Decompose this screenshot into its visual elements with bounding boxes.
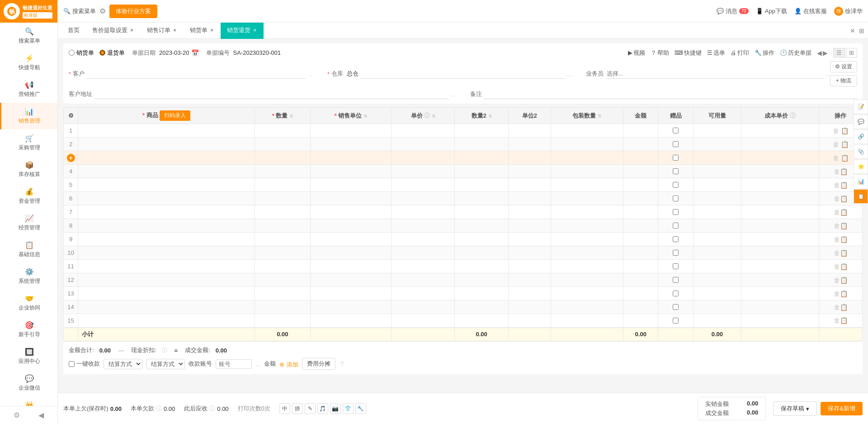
pack-qty-cell[interactable] xyxy=(551,138,623,151)
account-dots[interactable]: ... xyxy=(255,361,260,367)
next-btn[interactable]: ▶ xyxy=(823,49,828,57)
pack-qty-cell[interactable] xyxy=(551,151,623,165)
toolbar-icon-4[interactable]: 🎵 xyxy=(317,403,328,414)
salesperson-dots[interactable]: ... xyxy=(825,71,830,77)
toolbar-icon-1[interactable]: 中 xyxy=(279,403,290,414)
copy-icon[interactable]: 📋 xyxy=(840,249,848,257)
account-input[interactable] xyxy=(216,359,252,369)
pack-qty-cell[interactable] xyxy=(551,124,623,138)
delete-icon[interactable]: 🗑 xyxy=(833,154,839,162)
sidebar-item-system[interactable]: ⚙️ 系统管理 xyxy=(0,263,57,290)
product-cell[interactable] xyxy=(78,124,255,138)
delete-icon[interactable]: 🗑 xyxy=(834,304,840,311)
tab-sale-goods-close[interactable]: × xyxy=(209,27,214,33)
gift-checkbox[interactable] xyxy=(673,236,679,242)
copy-icon[interactable]: 📋 xyxy=(841,154,849,162)
trial-btn[interactable]: 体验行业方案 xyxy=(109,5,157,18)
add-expense-btn[interactable]: ⊕ 添加 xyxy=(279,359,298,369)
delete-icon[interactable]: 🗑 xyxy=(834,168,840,175)
quantity-cell[interactable] xyxy=(255,138,310,151)
copy-icon[interactable]: 📋 xyxy=(840,263,848,270)
settle-method-select[interactable]: 结算方式 xyxy=(104,359,142,369)
side-btn-3[interactable]: 🔗 xyxy=(854,129,868,144)
tab-sale-price-close[interactable]: × xyxy=(129,27,134,33)
gift-checkbox[interactable] xyxy=(673,263,679,269)
side-btn-2[interactable]: 💬 xyxy=(854,114,868,129)
product-cell[interactable] xyxy=(78,138,255,151)
view-grid-btn[interactable]: ⊞ xyxy=(846,48,857,57)
delete-icon[interactable]: 🗑 xyxy=(834,263,840,270)
history-btn[interactable]: 🕐 历史单据 xyxy=(780,49,811,57)
amount-cell[interactable] xyxy=(623,138,658,151)
copy-icon[interactable]: 📋 xyxy=(840,181,848,189)
delete-icon[interactable]: 🗑 xyxy=(834,236,840,243)
settings-btn[interactable]: ⚙ 设置 xyxy=(830,61,857,72)
print-btn[interactable]: 🖨 打印 xyxy=(731,49,749,57)
amount-cell[interactable] xyxy=(623,151,658,165)
operate-btn[interactable]: 🔧 操作 xyxy=(755,49,774,57)
quantity2-cell[interactable] xyxy=(455,138,509,151)
side-btn-7-active[interactable]: 📋 xyxy=(854,189,868,204)
quantity2-cell[interactable] xyxy=(455,151,509,165)
sidebar-item-wechat[interactable]: 💬 企业微信 xyxy=(0,370,57,396)
calc-method-select[interactable]: 结算方式 xyxy=(146,359,185,369)
delete-icon[interactable]: 🗑 xyxy=(833,141,839,148)
unit-price-cell[interactable] xyxy=(392,124,455,138)
gift-checkbox[interactable] xyxy=(673,223,679,229)
toolbar-icon-6[interactable]: 👕 xyxy=(343,403,354,414)
radio-sale-goods[interactable]: 销货单 xyxy=(69,49,94,57)
sidebar-item-member[interactable]: 👑 畅会员 xyxy=(0,396,57,406)
gift-checkbox[interactable] xyxy=(673,291,679,296)
topbar-app-download[interactable]: 📱 App下载 xyxy=(756,7,787,15)
remark-input[interactable] xyxy=(484,89,857,99)
one-click-payment-checkbox[interactable]: 一键收款 xyxy=(69,360,100,368)
radio-sale-goods-input[interactable] xyxy=(69,50,75,56)
copy-icon[interactable]: 📋 xyxy=(840,195,848,202)
gift-checkbox[interactable] xyxy=(673,168,679,174)
shortcut-key-btn[interactable]: ⌨ 快捷键 xyxy=(675,49,702,57)
copy-icon[interactable]: 📋 xyxy=(841,127,849,134)
sale-unit-cell[interactable] xyxy=(310,151,392,165)
video-btn[interactable]: ▶ 视频 xyxy=(628,49,645,57)
radio-return-input[interactable] xyxy=(99,50,105,56)
tab-expand[interactable]: ⊞ xyxy=(859,27,864,34)
topbar-message[interactable]: 💬 消息 70 xyxy=(717,7,749,15)
cost-price-cell[interactable] xyxy=(741,151,819,165)
sidebar-item-shortcut[interactable]: ⚡ 快捷导航 xyxy=(0,49,57,76)
side-btn-5[interactable]: ⭐ xyxy=(854,159,868,174)
tab-sale-price[interactable]: 售价提取设置 × xyxy=(86,23,141,39)
copy-icon[interactable]: 📋 xyxy=(840,168,848,175)
delete-icon[interactable]: 🗑 xyxy=(834,317,840,324)
available-cell[interactable] xyxy=(693,151,741,165)
available-cell[interactable] xyxy=(693,138,741,151)
copy-icon[interactable]: 📋 xyxy=(841,141,849,148)
toolbar-icon-5[interactable]: 📷 xyxy=(330,403,341,414)
amount-cell[interactable] xyxy=(623,124,658,138)
side-btn-1[interactable]: 📝 xyxy=(854,100,868,114)
tab-sale-order[interactable]: 销售订单 × xyxy=(141,23,184,39)
toolbar-icon-3[interactable]: ✎ xyxy=(305,403,316,414)
delete-icon[interactable]: 🗑 xyxy=(834,209,840,216)
gift-checkbox[interactable] xyxy=(673,304,679,310)
expense-split-btn[interactable]: 费用分摊 xyxy=(302,358,335,370)
side-btn-4[interactable]: 📎 xyxy=(854,144,868,159)
gift-checkbox[interactable] xyxy=(673,250,679,256)
sidebar-item-sales[interactable]: 📊 销售管理 xyxy=(0,103,57,129)
delete-icon[interactable]: 🗑 xyxy=(834,276,840,284)
save-new-btn[interactable]: 保存&新增 xyxy=(821,402,863,415)
delete-icon[interactable]: 🗑 xyxy=(833,127,839,134)
help-btn[interactable]: ？ 帮助 xyxy=(651,49,669,57)
sidebar-collapse-btn[interactable]: ◀ xyxy=(38,411,44,419)
unit2-cell[interactable] xyxy=(509,151,551,165)
tab-sale-goods[interactable]: 销货单 × xyxy=(184,23,221,39)
customer-input[interactable] xyxy=(86,69,306,79)
customer-dots[interactable]: ... xyxy=(308,71,313,77)
warehouse-dots[interactable]: ... xyxy=(566,71,571,77)
address-dots[interactable]: ... xyxy=(451,91,456,98)
discount-info-icon[interactable]: ⓘ xyxy=(162,347,167,354)
quantity-cell[interactable] xyxy=(255,124,310,138)
unit2-cell[interactable] xyxy=(509,138,551,151)
copy-icon[interactable]: 📋 xyxy=(840,317,848,324)
toolbar-icon-7[interactable]: 🔧 xyxy=(355,403,366,414)
scan-input-btn[interactable]: 扫码录入 xyxy=(160,110,190,121)
